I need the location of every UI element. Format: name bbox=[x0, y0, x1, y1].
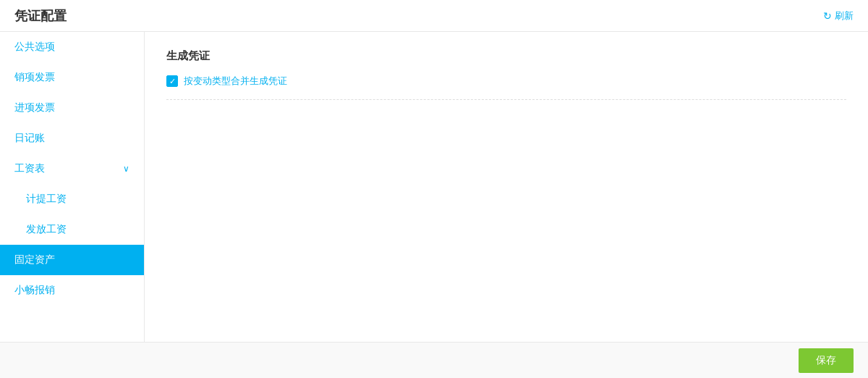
sidebar-item-label: 计提工资 bbox=[26, 193, 67, 206]
sidebar-item-public-options[interactable]: 公共选项 bbox=[0, 32, 144, 62]
refresh-label: 刷新 bbox=[835, 9, 854, 22]
merge-by-type-checkbox[interactable] bbox=[166, 75, 178, 87]
refresh-icon: ↻ bbox=[823, 10, 832, 22]
checkbox-row: 按变动类型合并生成凭证 bbox=[166, 75, 846, 88]
sidebar: 公共选项销项发票进项发票日记账工资表∨计提工资发放工资固定资产小畅报销 bbox=[0, 32, 145, 342]
sidebar-item-payroll[interactable]: 工资表∨ bbox=[0, 154, 144, 184]
sidebar-item-sales-invoice[interactable]: 销项发票 bbox=[0, 62, 144, 93]
sidebar-item-label: 小畅报销 bbox=[14, 284, 55, 297]
main-content: 生成凭证 按变动类型合并生成凭证 bbox=[145, 32, 868, 342]
sidebar-item-fixed-assets[interactable]: 固定资产 bbox=[0, 245, 144, 275]
refresh-button[interactable]: ↻ 刷新 bbox=[823, 9, 854, 22]
sidebar-item-expense[interactable]: 小畅报销 bbox=[0, 275, 144, 306]
sidebar-item-label: 公共选项 bbox=[14, 41, 55, 54]
sidebar-item-pay-salary[interactable]: 发放工资 bbox=[0, 214, 144, 245]
page-wrapper: 凭证配置 ↻ 刷新 公共选项销项发票进项发票日记账工资表∨计提工资发放工资固定资… bbox=[0, 0, 868, 378]
section-title: 生成凭证 bbox=[166, 49, 846, 63]
sidebar-item-label: 日记账 bbox=[14, 132, 45, 145]
checkbox-label: 按变动类型合并生成凭证 bbox=[184, 75, 287, 88]
body: 公共选项销项发票进项发票日记账工资表∨计提工资发放工资固定资产小畅报销 生成凭证… bbox=[0, 32, 868, 342]
footer: 保存 bbox=[0, 342, 868, 378]
sidebar-item-label: 进项发票 bbox=[14, 101, 55, 114]
sidebar-item-label: 发放工资 bbox=[26, 223, 67, 236]
sidebar-item-accrual-salary[interactable]: 计提工资 bbox=[0, 184, 144, 214]
sidebar-item-label: 销项发票 bbox=[14, 71, 55, 84]
save-button[interactable]: 保存 bbox=[799, 348, 854, 373]
sidebar-item-label: 工资表 bbox=[14, 162, 45, 175]
sidebar-item-journal[interactable]: 日记账 bbox=[0, 123, 144, 154]
page-title: 凭证配置 bbox=[14, 7, 67, 25]
header: 凭证配置 ↻ 刷新 bbox=[0, 0, 868, 32]
sidebar-item-purchase-invoice[interactable]: 进项发票 bbox=[0, 93, 144, 123]
section-divider bbox=[166, 99, 846, 100]
chevron-down-icon: ∨ bbox=[123, 164, 129, 174]
sidebar-item-label: 固定资产 bbox=[14, 253, 55, 266]
